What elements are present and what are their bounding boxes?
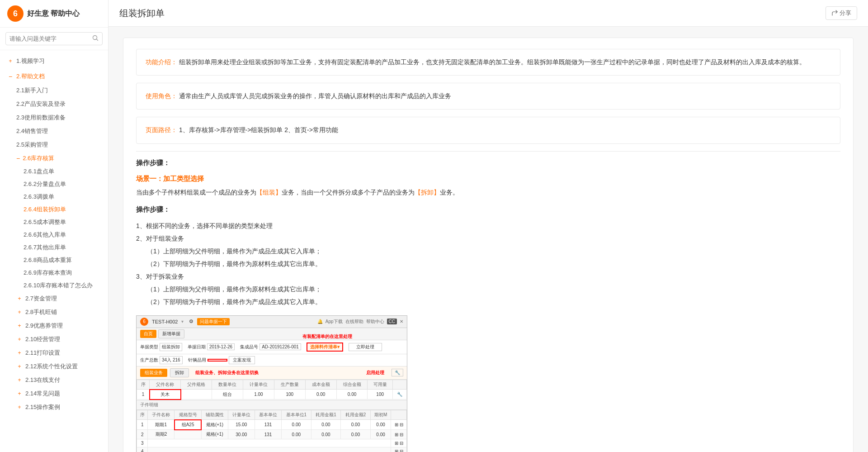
role-label: 使用角色：: [146, 92, 177, 100]
mock-tab-assembly: 组装业务: [140, 369, 167, 377]
step-list: 1、根据不同的业务，选择不同单据的类型来处理 2、对于组装业务 （1）上部明细为…: [136, 219, 840, 308]
role-text: 通常由生产人员或库管人员完成拆装业务的操作，库管人员确认原材料的出库和产成品的入…: [179, 92, 451, 100]
nav-list: + 1.视频学习 − 2.帮助文档 2.1新手入门 2.2产品安装及登录 2.3…: [0, 50, 108, 452]
mock-tab-zuzhuan: 自页: [140, 330, 156, 338]
mock-title-btn: 问题单据一下: [197, 318, 230, 325]
expand-icon-1: +: [7, 58, 14, 64]
sidebar: 6 好生意 帮助中心 + 1.视频学习 − 2.帮助: [0, 0, 108, 452]
nav-item-docs[interactable]: − 2.帮助文档: [0, 69, 108, 84]
expand-icon-2.7: +: [16, 295, 23, 302]
ops-section: 操作步骤： 场景一：加工类型选择 当由多个子件材料组装成一个成品的业务为【组装】…: [136, 159, 840, 452]
mock-action-btn: 立即处理: [349, 343, 382, 351]
nav-item-2.6.10[interactable]: 2.6.10库存账本错了怎么办: [0, 279, 108, 292]
mock-ui: 6 TEST-H002 ▾ ⚙ 问题单据一下 🔔 App下载 在线帮助 帮助中心: [136, 315, 407, 452]
intro-block: 功能介绍： 组装拆卸单用来处理企业组装或拆卸等加工业务，支持有固定装配清单的产品…: [136, 49, 840, 76]
mock-lower-row-3: 3⊞ ⊟: [137, 439, 407, 447]
mock-qty-input: [208, 359, 227, 362]
nav-item-2.12[interactable]: + 2.12系统个性化设置: [0, 360, 108, 373]
scene1-label: 场景一：加工类型选择: [136, 175, 840, 183]
nav-item-2.11[interactable]: + 2.11打印设置: [0, 346, 108, 360]
logo-area: 6 好生意 帮助中心: [0, 0, 108, 28]
nav-item-2.3[interactable]: 2.3使用前数据准备: [0, 111, 108, 124]
page-title: 组装拆卸单: [119, 7, 165, 19]
mock-type-label: 单据类型: [140, 344, 158, 350]
step-3: 3、对于拆装业务: [136, 270, 840, 283]
mock-lower-row-4: 4⊞ ⊟: [137, 447, 407, 452]
step-3-2: （2）下部明细为子件明细，最终作为产成品生成其它入库单。: [136, 295, 840, 308]
nav-item-2.9[interactable]: + 2.9优惠券管理: [0, 319, 108, 333]
search-icon[interactable]: [92, 35, 99, 43]
mock-upper-row-1: 1 关木 组台 1.00 100 0.00 0.00 100 🔧: [137, 390, 407, 400]
nav-item-2.1[interactable]: 2.1新手入门: [0, 84, 108, 97]
mock-lower-row-2: 2 期期2 规格(+1) 30.00 131 0.00 0.00 0.00: [137, 430, 407, 439]
nav-item-2.7[interactable]: + 2.7资金管理: [0, 292, 108, 305]
nav-item-2.6.6[interactable]: 2.6.6其他入库单: [0, 228, 108, 241]
expand-icon-2.10: +: [16, 336, 23, 343]
step-2: 2、对于组装业务: [136, 232, 840, 245]
mock-enable-btn: 🔧: [392, 369, 403, 376]
nav-sub-2.6: 2.6.1盘点单 2.6.2分量盘点单 2.6.3调拨单 2.6.4组装拆卸单 …: [0, 165, 108, 292]
nav-item-2.6.8[interactable]: 2.6.8商品成本重算: [0, 254, 108, 266]
nav-item-2.15[interactable]: + 2.15操作案例: [0, 400, 108, 414]
nav-item-2.6.9[interactable]: 2.6.9库存账本查询: [0, 266, 108, 279]
expand-icon-2.15: +: [16, 404, 23, 410]
nav-item-2.4[interactable]: 2.4销售管理: [0, 124, 108, 138]
mock-upper-table: 序 父件名称 父件规格 数量单位 计量单位 生产数量 成本金额 综合金额 可用量: [137, 380, 407, 400]
annotation-2: 组装业务、拆卸业务在这里切换: [195, 370, 259, 376]
nav-item-2.6.7[interactable]: 2.6.7其他出库单: [0, 241, 108, 254]
expand-icon-2.8: +: [16, 309, 23, 315]
expand-icon-2.9: +: [16, 323, 23, 329]
logo-icon: 6: [7, 5, 24, 22]
nav-item-2.6[interactable]: − 2.6库存核算: [0, 152, 108, 165]
path-text: 1、库存核算->库存管理->组装拆卸单 2、首页->常用功能: [179, 126, 338, 133]
nav-label-2: 2.帮助文档: [16, 72, 45, 81]
nav-item-2.2[interactable]: 2.2产品安装及登录: [0, 97, 108, 111]
nav-item-2.10[interactable]: + 2.10经营管理: [0, 333, 108, 346]
top-bar: 组装拆卸单 分享: [108, 0, 868, 27]
search-input[interactable]: [9, 35, 90, 42]
svg-line-1: [97, 39, 98, 41]
annotation-3: 启用处理: [366, 370, 384, 376]
nav-item-2.6.5[interactable]: 2.6.5成本调整单: [0, 216, 108, 228]
path-label: 页面路径：: [146, 126, 177, 133]
main-area: 组装拆卸单 分享 功能介绍： 组装拆卸单用来处理企业组装或拆卸等加工业务，支持有…: [108, 0, 868, 452]
search-box[interactable]: [5, 32, 103, 45]
nav-label-1: 1.视频学习: [16, 57, 45, 65]
scene1-desc: 当由多个子件材料组装成一个成品的业务为【组装】业务，当由一个父件拆分成多个子产品…: [136, 187, 840, 198]
collapse-icon-2: −: [7, 73, 14, 80]
nav-item-2.6.1[interactable]: 2.6.1盘点单: [0, 165, 108, 178]
nav-section-1: + 1.视频学习: [0, 54, 108, 68]
mock-titlebar: 6 TEST-H002 ▾ ⚙ 问题单据一下 🔔 App下载 在线帮助 帮助中心: [137, 316, 407, 328]
mock-lower-header: 子件明细: [137, 400, 407, 410]
nav-item-2.14[interactable]: + 2.14常见问题: [0, 387, 108, 400]
mock-secondary-toolbar: 自页 新增单据: [137, 328, 407, 340]
nav-section-2: − 2.帮助文档 2.1新手入门 2.2产品安装及登录 2.3使用前数据准备 2…: [0, 69, 108, 414]
nav-item-2.5[interactable]: 2.5采购管理: [0, 138, 108, 152]
mock-sub-row: 生产总数 34入 216 针辆品用 立案发现: [137, 354, 407, 366]
expand-icon-2.11: +: [16, 350, 23, 356]
app-name: 好生意 帮助中心: [27, 9, 80, 19]
intro-text: 组装拆卸单用来处理企业组装或拆卸等加工业务，支持有固定装配清单的产品加工业务，也…: [179, 58, 806, 66]
nav-item-2.6.3[interactable]: 2.6.3调拨单: [0, 190, 108, 203]
expand-icon-2.14: +: [16, 390, 23, 397]
mock-lower-table: 序 子件名称 规格型号 辅助属性 计量单位 基本单位 基本单位1 耗用金额1 耗: [137, 410, 407, 452]
nav-item-video[interactable]: + 1.视频学习: [0, 54, 108, 68]
mock-tab-row: 组装业务 拆卸 组装业务、拆卸业务在这里切换 启用处理 🔧: [137, 366, 407, 380]
search-area: [0, 28, 108, 50]
mock-type-val: 组装拆卸: [160, 343, 182, 351]
nav-item-2.8[interactable]: + 2.8手机旺铺: [0, 305, 108, 319]
share-button[interactable]: 分享: [826, 6, 857, 20]
nav-item-2.13[interactable]: + 2.13在线支付: [0, 373, 108, 387]
nav-item-2.6.4[interactable]: 2.6.4组装拆卸单: [0, 203, 108, 216]
ops-steps-title: 操作步骤：: [136, 205, 840, 214]
mock-tab-new: 新增单据: [158, 329, 184, 338]
nav-item-2.6.2[interactable]: 2.6.2分量盘点单: [0, 178, 108, 190]
collapse-icon-2.6: −: [16, 155, 20, 162]
step-2-2: （2）下部明细为子件明细，最终作为原材料生成其它出库单。: [136, 257, 840, 270]
expand-icon-2.12: +: [16, 363, 23, 370]
path-block: 页面路径： 1、库存核算->库存管理->组装拆卸单 2、首页->常用功能: [136, 117, 840, 143]
step-3-1: （1）上部明细为父件明细，最终作为原材料生成其它出库单；: [136, 283, 840, 295]
content-area: 功能介绍： 组装拆卸单用来处理企业组装或拆卸等加工业务，支持有固定装配清单的产品…: [108, 27, 868, 452]
step-1: 1、根据不同的业务，选择不同单据的类型来处理: [136, 219, 840, 232]
nav-sub-list-2: 2.1新手入门 2.2产品安装及登录 2.3使用前数据准备 2.4销售管理 2.…: [0, 84, 108, 414]
